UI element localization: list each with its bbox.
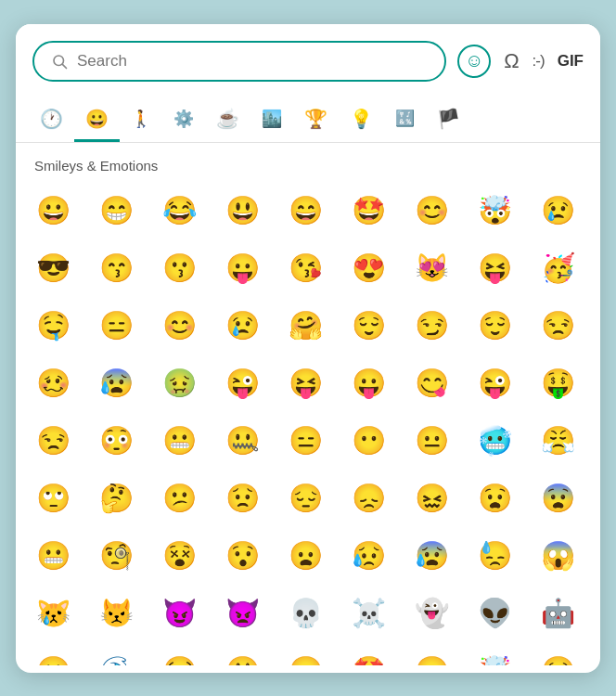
emoji-cell[interactable]: 😶 — [340, 413, 396, 469]
emoji-cell[interactable]: 😂 — [151, 643, 207, 665]
emoji-cell[interactable]: 😎 — [25, 240, 81, 296]
emoji-cell[interactable]: 💀 — [277, 586, 333, 641]
emoji-cell[interactable]: 😓 — [467, 528, 522, 584]
search-input[interactable] — [77, 52, 428, 71]
emoji-cell[interactable]: 😌 — [340, 298, 396, 354]
emoji-cell[interactable]: 😖 — [404, 470, 459, 526]
search-bar[interactable] — [32, 41, 446, 82]
emoji-cell[interactable]: 😗 — [151, 240, 207, 296]
emoji-cell[interactable]: 🤐 — [214, 413, 270, 469]
emoji-cell[interactable]: 😍 — [340, 240, 396, 296]
emoji-cell[interactable]: 😂 — [151, 183, 207, 238]
emoji-cell[interactable]: 😊 — [404, 183, 459, 238]
emoji-cell[interactable]: 🤔 — [88, 470, 144, 526]
emoji-cell[interactable]: 😊 — [404, 643, 459, 665]
emoji-cell[interactable]: 😃 — [214, 183, 270, 238]
people-tab[interactable]: 🚶 — [120, 99, 162, 141]
emoji-cell[interactable]: 😈 — [151, 586, 207, 641]
emoji-cell[interactable]: 🤯 — [467, 643, 522, 665]
emoji-face-icon[interactable]: ☺ — [457, 45, 491, 78]
emoji-cell[interactable]: 😥 — [340, 528, 396, 584]
emoji-cell[interactable]: 😬 — [151, 413, 207, 469]
emoji-cell[interactable]: 😢 — [530, 643, 585, 665]
emoji-cell[interactable]: 😋 — [404, 355, 459, 411]
emoji-cell[interactable]: 🥶 — [467, 413, 522, 469]
emoji-cell[interactable]: 👿 — [214, 586, 270, 641]
emoji-cell[interactable]: 😜 — [467, 355, 522, 411]
emoji-cell[interactable]: 😔 — [277, 470, 333, 526]
emoji-cell[interactable]: 😵 — [151, 528, 207, 584]
emoji-cell[interactable]: 🤢 — [151, 355, 207, 411]
emoji-cell[interactable]: 😛 — [340, 355, 396, 411]
emoji-cell[interactable]: 😬 — [25, 528, 81, 584]
emoji-cell[interactable]: 😝 — [277, 355, 333, 411]
emoji-cell[interactable]: 😾 — [88, 586, 144, 641]
emoji-cell[interactable]: 🌊 — [88, 643, 144, 665]
emoji-cell[interactable]: 😃 — [214, 643, 270, 665]
emoji-cell[interactable]: 😌 — [467, 298, 522, 354]
emoji-cell[interactable]: 😨 — [530, 470, 585, 526]
emoji-cell[interactable]: 😘 — [277, 240, 333, 296]
emoji-cell[interactable]: 🤖 — [530, 586, 585, 641]
emoji-cell[interactable]: 😑 — [88, 298, 144, 354]
emoji-cell[interactable]: 😀 — [25, 643, 81, 665]
symbols-tab[interactable]: 💡 — [339, 98, 384, 142]
emoji-cell[interactable]: 😜 — [214, 355, 270, 411]
emoji-cell[interactable]: 😒 — [25, 413, 81, 469]
emoji-cell[interactable]: 🧐 — [88, 528, 144, 584]
emoji-cell[interactable]: 😦 — [277, 528, 333, 584]
emoji-cell[interactable]: 😙 — [88, 240, 144, 296]
emoji-cell[interactable]: 😄 — [277, 643, 333, 665]
emoji-cell[interactable]: 😟 — [214, 470, 270, 526]
section-label: Smileys & Emotions — [16, 143, 600, 183]
emoji-cell[interactable]: 😰 — [404, 528, 459, 584]
gif-icon[interactable]: GIF — [558, 52, 584, 71]
misc-tab[interactable]: 🔣 — [384, 99, 426, 140]
emoji-cell[interactable]: 😊 — [151, 298, 207, 354]
emoji-cell[interactable]: 😢 — [530, 183, 585, 238]
emoji-cell[interactable]: 😳 — [88, 413, 144, 469]
emoji-cell[interactable]: 😧 — [467, 470, 522, 526]
emoji-cell[interactable]: 😝 — [467, 240, 522, 296]
travel-tab[interactable]: 🏙️ — [250, 99, 293, 141]
emoji-cell[interactable]: 😰 — [88, 355, 144, 411]
emoji-cell[interactable]: 😏 — [404, 298, 459, 354]
flags-tab[interactable]: 🏴 — [426, 98, 471, 142]
emoji-cell[interactable]: 👽 — [467, 586, 522, 641]
search-icon — [51, 53, 68, 70]
emoji-cell[interactable]: 😑 — [277, 413, 333, 469]
emoji-cell[interactable]: 😞 — [340, 470, 396, 526]
emoji-cell[interactable]: 😿 — [25, 586, 81, 641]
emoji-cell[interactable]: 😁 — [88, 183, 144, 238]
emoji-cell[interactable]: 🥳 — [530, 240, 585, 296]
emoji-cell[interactable]: 🤗 — [277, 298, 333, 354]
emoji-cell[interactable]: 👻 — [404, 586, 459, 641]
emoji-cell[interactable]: 🥴 — [25, 355, 81, 411]
emoji-cell[interactable]: 😐 — [404, 413, 459, 469]
objects-tab[interactable]: 🏆 — [293, 98, 339, 142]
emoji-cell[interactable]: 🤑 — [530, 355, 585, 411]
emoji-cell[interactable]: 😕 — [151, 470, 207, 526]
emoji-cell[interactable]: 😻 — [404, 240, 459, 296]
emoji-cell[interactable]: 🤩 — [340, 643, 396, 665]
emoji-cell[interactable]: 🤤 — [25, 298, 81, 354]
food-tab[interactable]: ☕ — [205, 98, 250, 142]
emoji-cell[interactable]: 😢 — [214, 298, 270, 354]
smileys-tab[interactable]: 😀 — [74, 98, 120, 142]
activities-tab[interactable]: ⚙️ — [162, 99, 205, 141]
emoji-cell[interactable]: 😒 — [530, 298, 585, 354]
emoji-cell[interactable]: 🙄 — [25, 470, 81, 526]
emoji-cell[interactable]: 🤩 — [340, 183, 396, 238]
emoji-cell[interactable]: 😀 — [25, 183, 81, 238]
emoji-cell[interactable]: 😄 — [277, 183, 333, 238]
emoji-cell[interactable]: 🤯 — [467, 183, 522, 238]
emoji-cell[interactable]: 😤 — [530, 413, 585, 469]
emoji-cell[interactable]: 😯 — [214, 528, 270, 584]
emoji-cell[interactable]: ☠️ — [340, 586, 396, 641]
emoji-cell[interactable]: 😛 — [214, 240, 270, 296]
emoji-cell[interactable]: 😱 — [530, 528, 585, 584]
svg-line-1 — [62, 64, 66, 68]
omega-icon[interactable]: Ω — [504, 49, 519, 73]
recent-tab[interactable]: 🕐 — [29, 98, 74, 142]
emoticon-icon[interactable]: :-) — [533, 52, 545, 71]
